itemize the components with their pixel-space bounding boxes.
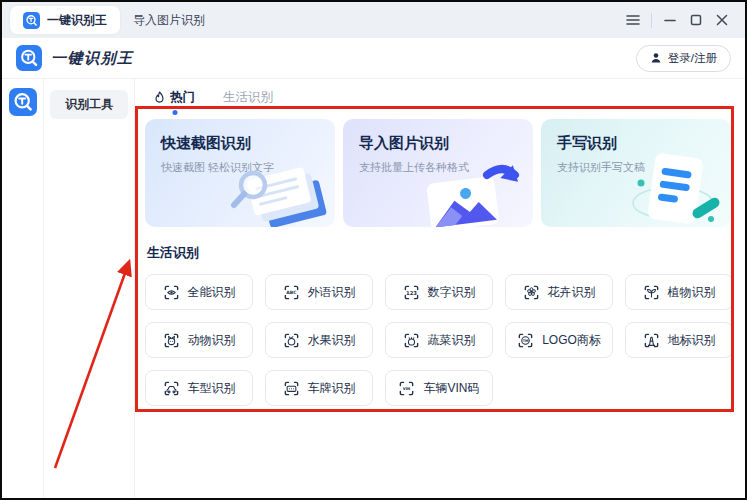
tool-label: 动物识别 [188, 332, 236, 349]
123-scan-icon: 123 [403, 284, 420, 301]
left-rail [2, 79, 44, 497]
tab-life-recognition[interactable]: 生活识别 [223, 89, 273, 106]
tool-label: LOGO商标 [542, 332, 601, 349]
animal-scan-icon [163, 332, 180, 349]
menu-button[interactable] [620, 7, 646, 33]
plate-scan-icon [283, 380, 300, 397]
user-icon [650, 52, 662, 64]
tool-button[interactable]: 植物识别 [625, 274, 733, 310]
tools-grid: 全能识别ABC外语识别123数字识别花卉识别植物识别动物识别水果识别蔬菜识别TM… [145, 274, 737, 406]
hamburger-icon [626, 14, 640, 26]
titlebar: 一键识别王 导入图片识别 [2, 2, 745, 38]
sidebar-item-recognition-tools[interactable]: 识别工具 [50, 90, 128, 119]
titlebar-tab-main[interactable]: 一键识别王 [10, 6, 120, 34]
titlebar-tab-label: 一键识别王 [47, 12, 107, 29]
tool-label: 花卉识别 [548, 284, 596, 301]
feature-cards: 快速截图识别 快速截图 轻松识别文字 导入图片识别 [145, 119, 737, 227]
landmark-scan-icon [643, 332, 660, 349]
tool-label: 水果识别 [308, 332, 356, 349]
tool-label: 植物识别 [668, 284, 716, 301]
close-icon [716, 14, 728, 26]
tool-label: 数字识别 [428, 284, 476, 301]
login-label: 登录/注册 [668, 51, 717, 66]
vegetable-scan-icon [403, 332, 420, 349]
control-separator [651, 13, 652, 28]
car-scan-icon [163, 380, 180, 397]
card-title: 快速截图识别 [161, 134, 335, 153]
maximize-button[interactable] [683, 7, 709, 33]
tool-button[interactable]: 车牌识别 [265, 370, 373, 406]
svg-text:VIN: VIN [403, 386, 411, 391]
card-import-image-ocr[interactable]: 导入图片识别 支持批量上传各种格式 [343, 119, 533, 227]
app-header: 一键识别王 登录/注册 [2, 38, 745, 79]
card-title: 手写识别 [557, 134, 731, 153]
tab-hot[interactable]: 热门 [154, 89, 195, 106]
tool-button[interactable]: VIN车辆VIN码 [385, 370, 493, 406]
tool-button[interactable]: 全能识别 [145, 274, 253, 310]
minimize-icon [664, 14, 676, 26]
titlebar-tab-label: 导入图片识别 [133, 12, 205, 29]
tool-label: 蔬菜识别 [428, 332, 476, 349]
main-content: 热门 生活识别 快速截图识别 快速截图 轻松识别文字 [135, 79, 745, 497]
svg-text:ABC: ABC [286, 290, 297, 295]
tool-button[interactable]: 水果识别 [265, 322, 373, 358]
card-subtitle: 快速截图 轻松识别文字 [161, 160, 335, 175]
minimize-button[interactable] [657, 7, 683, 33]
card-title: 导入图片识别 [359, 134, 533, 153]
tool-button[interactable]: 蔬菜识别 [385, 322, 493, 358]
app-title: 一键识别王 [51, 49, 134, 68]
app-logo-icon [23, 12, 40, 29]
close-button[interactable] [709, 7, 735, 33]
titlebar-tab-import[interactable]: 导入图片识别 [120, 6, 218, 34]
card-subtitle: 支持识别手写文稿 [557, 160, 731, 175]
login-button[interactable]: 登录/注册 [636, 45, 731, 72]
svg-text:123: 123 [405, 289, 416, 295]
tool-button[interactable]: 动物识别 [145, 322, 253, 358]
eye-scan-icon [163, 284, 180, 301]
sidebar-logo-icon[interactable] [9, 88, 37, 116]
plant-scan-icon [643, 284, 660, 301]
tool-button[interactable]: TMLOGO商标 [505, 322, 613, 358]
tool-label: 地标识别 [668, 332, 716, 349]
app-body: 识别工具 热门 生活识别 快速截图识别 快速 [2, 79, 745, 497]
card-handwriting-ocr[interactable]: 手写识别 支持识别手写文稿 [541, 119, 731, 227]
tool-button[interactable]: 车型识别 [145, 370, 253, 406]
tool-label: 外语识别 [308, 284, 356, 301]
tool-label: 车型识别 [188, 380, 236, 397]
tool-button[interactable]: 花卉识别 [505, 274, 613, 310]
abc-scan-icon: ABC [283, 284, 300, 301]
tool-label: 全能识别 [188, 284, 236, 301]
tool-button[interactable]: ABC外语识别 [265, 274, 373, 310]
maximize-icon [690, 14, 702, 26]
tool-label: 车辆VIN码 [423, 380, 479, 397]
app-window: 一键识别王 导入图片识别 [0, 0, 747, 500]
section-title-life: 生活识别 [147, 244, 737, 262]
tool-button[interactable]: 地标识别 [625, 322, 733, 358]
vin-scan-icon: VIN [398, 380, 415, 397]
sidebar: 识别工具 [44, 79, 135, 497]
fruit-scan-icon [283, 332, 300, 349]
tab-label: 热门 [170, 89, 195, 106]
card-subtitle: 支持批量上传各种格式 [359, 160, 533, 175]
tab-label: 生活识别 [223, 89, 273, 106]
tool-label: 车牌识别 [308, 380, 356, 397]
card-screenshot-ocr[interactable]: 快速截图识别 快速截图 轻松识别文字 [145, 119, 335, 227]
app-logo-icon [16, 45, 42, 71]
active-tab-indicator [172, 110, 177, 115]
tm-scan-icon: TM [517, 332, 534, 349]
main-tabs: 热门 生活识别 [145, 86, 737, 119]
flower-scan-icon [523, 284, 540, 301]
flame-icon [154, 91, 165, 104]
tool-button[interactable]: 123数字识别 [385, 274, 493, 310]
svg-text:TM: TM [523, 338, 529, 342]
brand: 一键识别王 [16, 45, 134, 71]
